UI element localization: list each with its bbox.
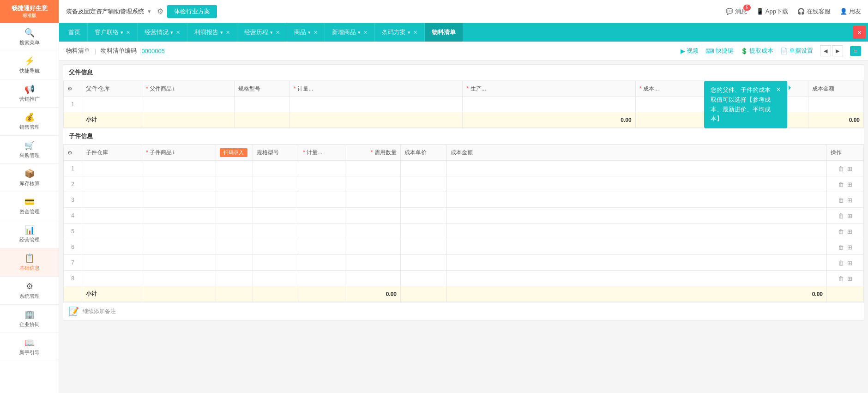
delete-icon-4[interactable]: 🗑 [838,212,844,219]
user-menu-button[interactable]: 👤 用友 [840,7,861,16]
child-spec-2[interactable] [253,176,299,192]
sidebar-item-system[interactable]: ⚙系统管理 [0,277,59,305]
nav-close-all-button[interactable]: ✕ [853,26,866,39]
nav-tab-customer[interactable]: 客户联络▾✕ [88,23,138,42]
delete-icon-3[interactable]: 🗑 [838,197,844,204]
child-unit-7[interactable] [299,255,345,271]
sidebar-item-enterprise[interactable]: 🏢企业协同 [0,305,59,333]
child-unit-8[interactable] [299,271,345,286]
child-qty-5[interactable] [345,224,401,239]
sidebar-item-base_info[interactable]: 📋基础信息 [0,248,59,277]
child-unit-cost-7[interactable] [401,255,447,271]
child-qty-1[interactable] [345,161,401,176]
parent-production-1[interactable] [463,97,635,112]
child-unit-6[interactable] [299,239,345,255]
copy-icon-6[interactable]: ⊞ [847,244,852,251]
parent-col-settings[interactable]: ⚙ [64,81,82,97]
child-warehouse-1[interactable] [82,161,142,176]
tab-close-customer[interactable]: ✕ [126,30,130,36]
child-unit-cost-1[interactable] [401,161,447,176]
child-warehouse-6[interactable] [82,239,142,255]
copy-icon-7[interactable]: ⊞ [847,260,852,266]
sidebar-item-quick_nav[interactable]: ⚡快捷导航 [0,51,59,79]
child-spec-5[interactable] [253,224,299,239]
child-qty-3[interactable] [345,192,401,208]
sidebar-item-purchase[interactable]: 🛒采购管理 [0,136,59,164]
prev-page-button[interactable]: ◀ [820,45,831,56]
delete-icon-2[interactable]: 🗑 [838,181,844,188]
sidebar-item-finance[interactable]: 💳资金管理 [0,192,59,220]
child-spec-6[interactable] [253,239,299,255]
delete-icon-5[interactable]: 🗑 [838,228,844,235]
copy-icon-2[interactable]: ⊞ [847,181,852,188]
sidebar-item-inventory[interactable]: 📦库存核算 [0,164,59,192]
child-spec-1[interactable] [253,161,299,176]
child-qty-2[interactable] [345,176,401,192]
child-goods-4[interactable] [142,208,216,224]
child-col-settings[interactable]: ⚙ [64,145,82,161]
copy-icon-1[interactable]: ⊞ [847,165,852,172]
single-settings-button[interactable]: 📄 单据设置 [780,47,813,55]
nav-tab-bom[interactable]: 物料清单 [425,23,463,42]
child-unit-cost-3[interactable] [401,192,447,208]
scan-input-button[interactable]: 扫码录入 [220,148,247,157]
child-warehouse-4[interactable] [82,208,142,224]
child-goods-6[interactable] [142,239,216,255]
nav-tab-operation[interactable]: 经营情况▾✕ [138,23,187,42]
child-unit-cost-2[interactable] [401,176,447,192]
parent-goods-1[interactable] [142,97,235,112]
child-unit-cost-8[interactable] [401,271,447,286]
child-goods-5[interactable] [142,224,216,239]
sidebar-item-marketing[interactable]: 📢营销推广 [0,79,59,108]
nav-tab-goods[interactable]: 商品▾✕ [287,23,325,42]
tab-close-barcode[interactable]: ✕ [413,30,417,36]
expand-button[interactable]: ≡ [850,46,861,56]
child-warehouse-5[interactable] [82,224,142,239]
child-qty-8[interactable] [345,271,401,286]
customer-service-button[interactable]: 🎧 在线客服 [797,7,831,16]
tab-close-profit[interactable]: ✕ [226,30,230,36]
child-spec-8[interactable] [253,271,299,286]
parent-warehouse-1[interactable] [82,97,142,112]
shortcut-button[interactable]: ⌨ 快捷键 [705,47,734,55]
delete-icon-8[interactable]: 🗑 [838,275,844,282]
child-qty-7[interactable] [345,255,401,271]
sidebar-item-guide[interactable]: 📖新手引导 [0,333,59,361]
child-goods-3[interactable] [142,192,216,208]
nav-tab-new_goods[interactable]: 新增商品▾✕ [325,23,375,42]
try-solution-button[interactable]: 体验行业方案 [167,5,217,18]
child-spec-7[interactable] [253,255,299,271]
child-unit-cost-6[interactable] [401,239,447,255]
child-qty-4[interactable] [345,208,401,224]
nav-tab-home[interactable]: 首页 [61,23,88,42]
tab-close-goods[interactable]: ✕ [313,30,318,36]
nav-tab-barcode[interactable]: 条码方案▾✕ [375,23,425,42]
sidebar-item-search[interactable]: 🔍搜索菜单 [0,23,59,51]
copy-icon-3[interactable]: ⊞ [847,197,852,204]
child-unit-2[interactable] [299,176,345,192]
child-goods-8[interactable] [142,271,216,286]
child-unit-3[interactable] [299,192,345,208]
tab-close-history[interactable]: ✕ [276,30,280,36]
child-unit-5[interactable] [299,224,345,239]
child-warehouse-2[interactable] [82,176,142,192]
bottom-hint[interactable]: 继续添加备注 [83,308,116,315]
child-spec-4[interactable] [253,208,299,224]
child-goods-2[interactable] [142,176,216,192]
settings-gear-button[interactable]: ⚙ [157,7,163,16]
copy-icon-5[interactable]: ⊞ [847,228,852,235]
delete-icon-7[interactable]: 🗑 [838,260,844,266]
next-page-button[interactable]: ▶ [832,45,843,56]
child-unit-1[interactable] [299,161,345,176]
copy-icon-8[interactable]: ⊞ [847,275,852,282]
child-unit-cost-5[interactable] [401,224,447,239]
parent-spec-1[interactable] [235,97,290,112]
child-unit-4[interactable] [299,208,345,224]
child-spec-3[interactable] [253,192,299,208]
child-warehouse-8[interactable] [82,271,142,286]
tab-close-new_goods[interactable]: ✕ [363,30,368,36]
sidebar-item-sales[interactable]: 💰销售管理 [0,108,59,136]
message-button[interactable]: 💬 消息 5 [726,7,747,16]
tab-close-operation[interactable]: ✕ [176,30,180,36]
child-qty-6[interactable] [345,239,401,255]
